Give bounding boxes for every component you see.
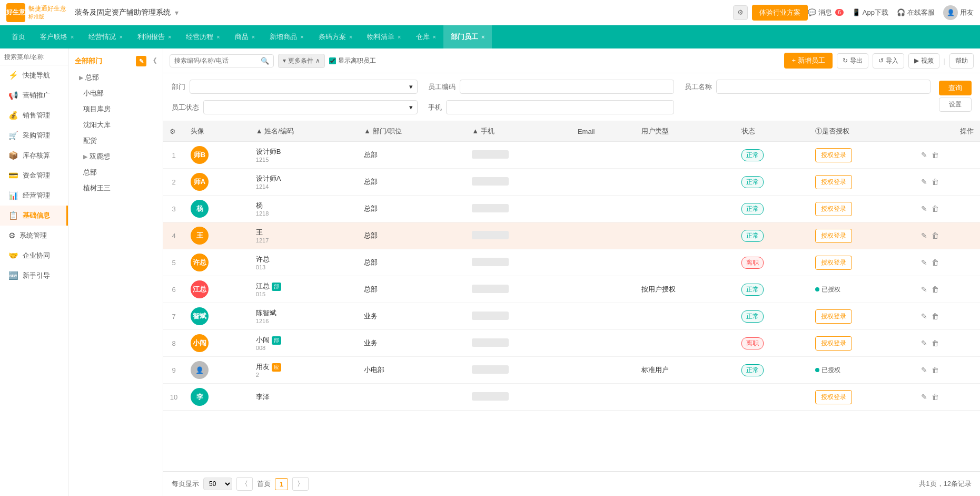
dept-item-沈阳大库[interactable]: 沈阳大库 [68,117,163,133]
nav-tab-新增商品[interactable]: 新增商品 × [262,25,311,48]
sidebar-item-system[interactable]: ⚙系统管理 [0,226,68,246]
show-resigned-input[interactable] [329,57,336,64]
delete-button[interactable]: 🗑 [932,205,939,213]
export-button[interactable]: ↻ 导出 [837,53,868,69]
dropdown-arrow-icon[interactable]: ▾ [175,8,179,17]
dept-item-总部[interactable]: 总部 [68,164,163,180]
close-tab-icon[interactable]: × [481,34,484,40]
prev-page-button[interactable]: 〈 [236,477,253,491]
col-phone[interactable]: ▲ 手机 [466,121,571,142]
sidebar-item-guide[interactable]: 🆕新手引导 [0,266,68,286]
dept-item-总部[interactable]: ▶总部 [68,70,163,85]
emp-status-select[interactable]: ▾ [203,100,418,114]
edit-button[interactable]: ✎ [921,231,927,240]
sidebar-item-finance[interactable]: 💳资金管理 [0,166,68,186]
sidebar-item-marketing[interactable]: 📢营销推广 [0,85,68,105]
sidebar-item-basic[interactable]: 📋基础信息 [0,206,68,226]
nav-tab-商品[interactable]: 商品 × [227,25,262,48]
dept-item-双鹿想[interactable]: ▶双鹿想 [68,149,163,164]
sidebar-item-quick-nav[interactable]: ⚡快捷导航 [0,65,68,85]
delete-button[interactable]: 🗑 [932,178,939,186]
sidebar-item-operations[interactable]: 📊经营管理 [0,186,68,206]
nav-tab-经营历程[interactable]: 经营历程 × [179,25,227,48]
nav-tab-利润报告[interactable]: 利润报告 × [130,25,179,48]
delete-button[interactable]: 🗑 [932,312,939,320]
close-tab-icon[interactable]: × [216,34,220,40]
user-avatar[interactable]: 👤 用友 [943,5,974,20]
nav-tab-物料清单[interactable]: 物料清单 × [360,25,408,48]
add-employee-button[interactable]: + 新增员工 [784,53,832,69]
close-tab-icon[interactable]: × [349,34,352,40]
sidebar-item-collab[interactable]: 🤝企业协同 [0,246,68,266]
col-dept[interactable]: ▲ 部门/职位 [358,121,466,142]
delete-button[interactable]: 🗑 [932,393,939,401]
col-name[interactable]: ▲ 姓名/编码 [250,121,358,142]
delete-button[interactable]: 🗑 [932,285,939,294]
auth-button[interactable]: 授权登录 [815,148,852,162]
close-tab-icon[interactable]: × [433,34,436,40]
dept-filter-select[interactable]: ▾ [190,80,418,94]
auth-button[interactable]: 授权登录 [815,175,852,189]
delete-button[interactable]: 🗑 [932,339,939,347]
auth-button[interactable]: 授权登录 [815,202,852,216]
query-button[interactable]: 查询 [939,81,972,95]
gear-button[interactable]: ⚙ [733,5,748,20]
close-tab-icon[interactable]: × [168,34,171,40]
auth-button[interactable]: 授权登录 [815,336,852,351]
show-resigned-checkbox[interactable]: 显示离职员工 [329,56,376,65]
sidebar-item-purchase[interactable]: 🛒采购管理 [0,125,68,145]
edit-button[interactable]: ✎ [921,205,927,213]
online-service-button[interactable]: 🎧 在线客服 [897,8,935,17]
dept-collapse-button[interactable]: 《 [150,56,156,66]
more-filter-button[interactable]: ▾ 更多条件 ∧ [278,54,325,68]
view-button[interactable]: ▶ 视频 [908,53,939,69]
edit-button[interactable]: ✎ [921,285,927,294]
delete-button[interactable]: 🗑 [932,258,939,267]
help-button[interactable]: 帮助 [949,53,974,69]
emp-code-input[interactable] [460,80,674,94]
sidebar-item-sales[interactable]: 💰销售管理 [0,105,68,125]
nav-tab-部门员工[interactable]: 部门员工 × [443,25,492,48]
page-size-select[interactable]: 50 100 [203,478,232,490]
edit-button[interactable]: ✎ [921,151,927,159]
auth-button[interactable]: 授权登录 [815,390,852,404]
app-download-button[interactable]: 📱 App下载 [852,8,888,17]
auth-button[interactable]: 授权登录 [815,309,852,324]
reset-button[interactable]: 设置 [939,98,972,112]
next-page-button[interactable]: 〉 [292,477,309,491]
dept-edit-button[interactable]: ✎ [136,56,146,66]
edit-button[interactable]: ✎ [921,258,927,267]
nav-tab-条码方案[interactable]: 条码方案 × [311,25,360,48]
emp-name-input[interactable] [716,80,930,94]
edit-button[interactable]: ✎ [921,339,927,347]
nav-tab-经营情况[interactable]: 经营情况 × [81,25,130,48]
edit-button[interactable]: ✎ [921,366,927,374]
close-tab-icon[interactable]: × [252,34,255,40]
dept-item-配货[interactable]: 配货 [68,133,163,149]
close-tab-icon[interactable]: × [398,34,401,40]
edit-button[interactable]: ✎ [921,393,927,401]
dept-item-项目库房[interactable]: 项目库房 [68,101,163,117]
dept-item-小电部[interactable]: 小电部 [68,85,163,101]
phone-input[interactable] [446,100,674,114]
nav-tab-仓库[interactable]: 仓库 × [409,25,443,48]
dept-item-植树王三[interactable]: 植树王三 [68,180,163,196]
close-tab-icon[interactable]: × [300,34,303,40]
nav-tab-客户联络[interactable]: 客户联络 × [33,25,81,48]
delete-button[interactable]: 🗑 [932,231,939,240]
sidebar-item-inventory[interactable]: 📦库存核算 [0,145,68,166]
search-input[interactable] [174,57,259,64]
message-button[interactable]: 💬 消息 6 [808,8,844,17]
edit-button[interactable]: ✎ [921,178,927,186]
edit-button[interactable]: ✎ [921,312,927,320]
delete-button[interactable]: 🗑 [932,366,939,374]
auth-button[interactable]: 授权登录 [815,229,852,243]
auth-button[interactable]: 授权登录 [815,256,852,270]
sidebar-search-input[interactable] [4,53,68,61]
close-tab-icon[interactable]: × [71,34,74,40]
delete-button[interactable]: 🗑 [932,151,939,159]
nav-tab-首页[interactable]: 首页 [4,25,33,48]
col-settings[interactable]: ⚙ [163,121,184,142]
close-tab-icon[interactable]: × [119,34,122,40]
import-button[interactable]: ↺ 导入 [873,53,904,69]
